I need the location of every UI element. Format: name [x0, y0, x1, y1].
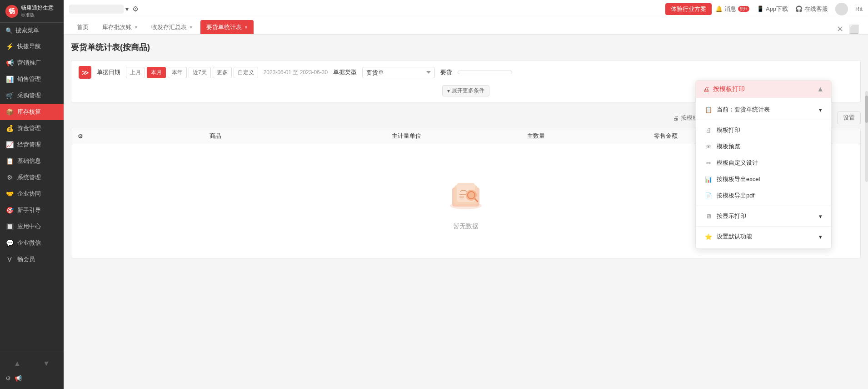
tab-order-stats[interactable]: 要货单统计表× [200, 20, 254, 34]
dropdown-title: 按模板打印 [713, 85, 745, 93]
app-icon: 📱 [757, 5, 764, 12]
dropdown-template-preview[interactable]: 👁 模板预览 [696, 138, 831, 155]
sidebar-label-inventory: 库存核算 [17, 108, 41, 116]
date-btn-上月[interactable]: 上月 [126, 67, 145, 78]
maximize-window-btn[interactable]: ⬜ [847, 24, 861, 34]
dropdown-collapse-btn[interactable]: ▲ [817, 85, 824, 93]
topbar-right: 🔔 消息 99+ 📱 App下载 🎧 在线客服 Rit [715, 3, 863, 15]
sidebar-item-finance[interactable]: 💰 资金管理 [0, 120, 64, 136]
sidebar-item-sales[interactable]: 📊 销售管理 [0, 71, 64, 87]
sidebar-item-basic[interactable]: 📋 基础信息 [0, 153, 64, 169]
date-btn-本年[interactable]: 本年 [168, 67, 187, 78]
tab-close-batch-accounts[interactable]: × [135, 24, 138, 30]
avatar[interactable] [835, 3, 848, 15]
topbar-dropdown-btn[interactable]: ▾ [125, 5, 129, 13]
dropdown-template-design[interactable]: ✏ 模板自定义设计 [696, 155, 831, 171]
sidebar-icon-member: V [5, 255, 14, 263]
notification-badge: 99+ [738, 6, 749, 12]
sidebar-icon-basic: 📋 [5, 157, 14, 165]
sidebar-bottom: ▲ ▼ ⚙ 📢 [0, 352, 64, 389]
sidebar-search[interactable]: 🔍 搜索菜单 [0, 23, 64, 38]
tab-label-order-stats: 要货单统计表 [206, 23, 242, 31]
dropdown-display-print[interactable]: 🖥 按显示打印 ▾ [696, 208, 831, 224]
topbar-search-input[interactable] [69, 5, 124, 14]
sidebar-label-sales: 销售管理 [17, 75, 41, 83]
date-btn-自定义[interactable]: 自定义 [234, 67, 258, 78]
sidebar-icon-business: 📈 [5, 141, 14, 149]
sidebar-icon-marketing: 📢 [5, 59, 14, 67]
filter-toggle-btn[interactable]: ≫ [79, 66, 91, 79]
sidebar-label-quick-nav: 快捷导航 [17, 42, 41, 51]
sidebar-item-collab[interactable]: 🤝 企业协同 [0, 186, 64, 202]
close-window-btn[interactable]: ✕ [835, 24, 845, 34]
sidebar-item-system[interactable]: ⚙ 系统管理 [0, 169, 64, 186]
th-check: ⚙ [71, 133, 90, 140]
filter-expand-btn[interactable]: ▾ 展开更多条件 [442, 85, 489, 96]
dropdown-body: 📋 当前：要货单统计表 ▾ 🖨 模板打印 👁 模板预览 [696, 98, 831, 248]
dropdown-section-display: 🖥 按显示打印 ▾ [696, 206, 831, 227]
sidebar-icon-system: ⚙ [5, 173, 14, 182]
sidebar-item-guide[interactable]: 🎯 新手引导 [0, 202, 64, 218]
sidebar-label-collab: 企业协同 [17, 190, 41, 198]
sidebar-item-app[interactable]: 🔲 应用中心 [0, 218, 64, 235]
tab-home[interactable]: 首页 [71, 20, 95, 34]
chevron-right-icon-3: ▾ [819, 233, 822, 240]
tab-label-receivables-summary: 收发存汇总表 [151, 23, 187, 31]
sidebar: 畅 畅康通好生意 标准版 🔍 搜索菜单 ⚡ 快捷导航 📢 营销推广 📊 销售管理… [0, 0, 64, 389]
type-select[interactable]: 要货单 [362, 67, 435, 78]
sidebar-label-guide: 新手引导 [17, 206, 41, 214]
sidebar-item-purchase[interactable]: 🛒 采购管理 [0, 87, 64, 104]
date-btn-本月[interactable]: 本月 [147, 67, 166, 78]
dropdown-header-right: ▲ [817, 85, 824, 93]
notifications[interactable]: 🔔 消息 99+ [715, 5, 749, 13]
filter-row: ≫ 单据日期 上月本月本年近7天更多自定义 2023-06-01 至 2023-… [79, 66, 853, 79]
logo-text: 畅康通好生意 标准版 [21, 5, 54, 18]
display-print-icon: 🖥 [705, 212, 712, 220]
sidebar-label-marketing: 营销推广 [17, 59, 41, 67]
sidebar-item-member[interactable]: V 畅会员 [0, 251, 64, 268]
dropdown-template-print[interactable]: 🖨 模板打印 [696, 122, 831, 138]
scroll-thumb[interactable] [865, 96, 868, 123]
headset-icon: 🎧 [795, 5, 803, 12]
breadcrumb: ▾ ⚙ [69, 3, 662, 15]
tab-receivables-summary[interactable]: 收发存汇总表× [145, 20, 199, 34]
sidebar-icon-guide: 🎯 [5, 206, 14, 214]
dropdown-section-settings: ⭐ 设置默认功能 ▾ [696, 227, 831, 247]
tab-close-receivables-summary[interactable]: × [190, 24, 193, 30]
sidebar-settings[interactable]: ⚙ 📢 [0, 371, 64, 385]
tab-batch-accounts[interactable]: 库存批次账× [96, 20, 144, 34]
search-label: 搜索菜单 [15, 26, 39, 35]
dropdown-default-setting[interactable]: ⭐ 设置默认功能 ▾ [696, 228, 831, 245]
logo-icon: 畅 [5, 5, 18, 18]
industry-btn[interactable]: 体验行业方案 [665, 3, 712, 15]
date-btn-更多[interactable]: 更多 [213, 67, 232, 78]
bell-icon: 🔔 [715, 5, 723, 12]
gear-icon[interactable]: ⚙ [78, 133, 83, 140]
sidebar-item-quick-nav[interactable]: ⚡ 快捷导航 [0, 38, 64, 55]
sidebar-label-wechat: 企业微信 [17, 239, 41, 247]
scrollbar[interactable] [865, 91, 868, 182]
dropdown-section-current: 📋 当前：要货单统计表 ▾ [696, 100, 831, 120]
app-download[interactable]: 📱 App下载 [757, 5, 788, 13]
template-excel-icon: 📊 [705, 176, 712, 183]
sidebar-scroll-up[interactable]: ▲ [4, 358, 31, 369]
dropdown-section-main: 🖨 模板打印 👁 模板预览 ✏ 模板自定义设计 📊 按模板导出excel [696, 120, 831, 206]
topbar-gear-btn[interactable]: ⚙ [130, 3, 140, 15]
sidebar-item-business[interactable]: 📈 经营管理 [0, 136, 64, 153]
template-preview-icon: 👁 [705, 143, 712, 150]
sidebar-item-marketing[interactable]: 📢 营销推广 [0, 55, 64, 71]
date-btn-近7天[interactable]: 近7天 [189, 67, 211, 78]
dropdown-current-item[interactable]: 📋 当前：要货单统计表 ▾ [696, 101, 831, 118]
sidebar-item-inventory[interactable]: 📦 库存核算 [0, 104, 64, 120]
tab-close-order-stats[interactable]: × [244, 24, 248, 30]
dropdown-header-left: 🖨 按模板打印 [703, 85, 745, 93]
online-service[interactable]: 🎧 在线客服 [795, 5, 828, 13]
tabs-bar: 首页库存批次账×收发存汇总表×要货单统计表× ✕ ⬜ [64, 18, 868, 35]
dropdown-template-export-excel[interactable]: 📊 按模板导出excel [696, 171, 831, 187]
settings-btn[interactable]: 设置 [837, 111, 861, 124]
sidebar-scroll-down[interactable]: ▼ [33, 358, 60, 369]
sidebar-logo[interactable]: 畅 畅康通好生意 标准版 [0, 0, 64, 23]
dropdown-template-export-pdf[interactable]: 📄 按模板导出pdf [696, 187, 831, 204]
sidebar-item-wechat[interactable]: 💬 企业微信 [0, 235, 64, 251]
sidebar-label-business: 经营管理 [17, 141, 41, 149]
